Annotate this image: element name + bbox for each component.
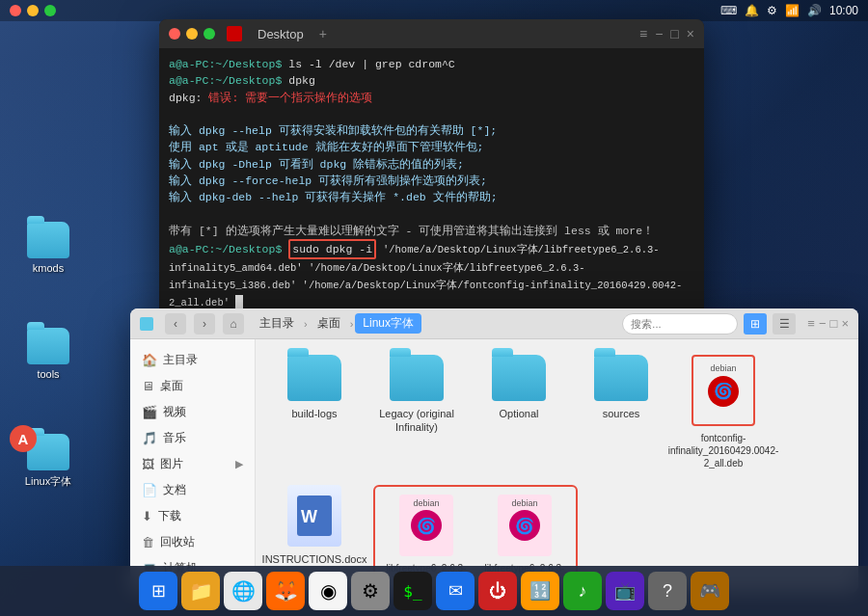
fm-back-btn[interactable]: ‹ <box>165 313 186 335</box>
desktop-icon-label: tools <box>37 368 59 380</box>
fm-minimize-icon[interactable]: − <box>819 316 827 331</box>
sidebar-item-trash[interactable]: 🗑 回收站 <box>130 529 255 555</box>
sidebar-item-video[interactable]: 🎬 视频 <box>130 399 255 425</box>
docx-icon: W <box>287 485 341 547</box>
sidebar-item-downloads[interactable]: ⬇ 下载 <box>130 503 255 529</box>
traffic-light-red[interactable] <box>10 5 21 16</box>
terminal-menu-icon[interactable]: ≡ <box>639 26 647 41</box>
taskbar-files-btn[interactable]: 📁 <box>181 572 220 610</box>
terminal-minimize-icon[interactable]: − <box>655 26 663 41</box>
sidebar-item-label: 主目录 <box>163 352 198 368</box>
fm-titlebar: ‹ › ⌂ 主目录 › 桌面 › Linux字体 ⊞ ☰ ≡ − □ × <box>130 308 858 339</box>
terminal-blank <box>169 205 694 222</box>
sidebar-item-desktop[interactable]: 🖥 桌面 <box>130 373 255 399</box>
sidebar-item-home[interactable]: 🏠 主目录 <box>130 347 255 373</box>
menubar: ⌨ 🔔 ⚙ 📶 🔊 10:00 <box>0 0 868 21</box>
taskbar-game-btn[interactable]: 🎮 <box>691 572 729 610</box>
desktop-icon-label: kmods <box>33 262 64 274</box>
traffic-light-green[interactable] <box>44 5 56 16</box>
terminal-info2-line: 带有 [*] 的选项将产生大量难以理解的文字 - 可使用管道将其输出连接到 le… <box>169 223 694 239</box>
fm-folder-legacy[interactable]: Legacy (original Infinality) <box>373 355 460 469</box>
taskbar-start-btn[interactable]: ⊞ <box>139 572 177 610</box>
taskbar-unknown1-btn[interactable]: ? <box>648 572 687 610</box>
fm-folder-optional[interactable]: Optional <box>475 355 562 469</box>
fm-breadcrumb-desktop[interactable]: 桌面 <box>310 313 348 334</box>
taskbar-screen-btn[interactable]: 📺 <box>606 572 644 610</box>
fm-menu-icon[interactable]: ≡ <box>807 316 815 331</box>
terminal-new-tab-btn[interactable]: + <box>319 26 327 41</box>
menubar-right: ⌨ 🔔 ⚙ 📶 🔊 10:00 <box>720 4 858 17</box>
fm-breadcrumb-linux-fonts[interactable]: Linux字体 <box>355 313 421 334</box>
taskbar-calc-btn[interactable]: 🔢 <box>521 572 559 610</box>
filemanager-window: ‹ › ⌂ 主目录 › 桌面 › Linux字体 ⊞ ☰ ≡ − □ × <box>130 308 858 593</box>
taskbar-poweroff-btn[interactable]: ⏻ <box>478 572 517 610</box>
fm-sidebar: 🏠 主目录 🖥 桌面 🎬 视频 🎵 音乐 🖼 图片 <box>130 339 256 593</box>
desktop-icon-tools[interactable]: tools <box>19 328 77 380</box>
badge-a: A <box>10 425 37 452</box>
desktop-icon-kmods[interactable]: kmods <box>19 222 77 274</box>
fm-forward-btn[interactable]: › <box>194 313 215 335</box>
taskbar-music-btn[interactable]: ♪ <box>563 572 602 610</box>
taskbar-email-btn[interactable]: ✉ <box>436 572 475 610</box>
fm-home-btn[interactable]: ⌂ <box>223 313 244 335</box>
sidebar-item-documents[interactable]: 📄 文档 <box>130 477 255 503</box>
menubar-settings-icon: ⚙ <box>767 4 777 17</box>
terminal-info-line: 使用 apt 或是 aptitude 就能在友好的界面下管理软件包; <box>169 139 694 155</box>
fm-content: build-logs Legacy (original Infinality) … <box>256 339 858 593</box>
fm-titlebar-right: ⊞ ☰ ≡ − □ × <box>622 313 849 335</box>
music-icon: 🎵 <box>142 431 157 445</box>
fm-item-label: INSTRUCTIONS.docx <box>262 552 367 566</box>
terminal-sudo-line: a@a-PC:~/Desktop$ sudo dpkg -i '/home/a/… <box>169 239 694 311</box>
fm-item-label: sources <box>603 407 640 420</box>
terminal-app-icon <box>227 26 242 41</box>
fm-win-controls: ≡ − □ × <box>807 316 849 331</box>
fm-app-icon <box>140 317 153 331</box>
sidebar-item-music[interactable]: 🎵 音乐 <box>130 425 255 451</box>
menubar-volume-icon: 🔊 <box>807 4 822 17</box>
taskbar-browser-btn[interactable]: 🌐 <box>224 572 262 610</box>
terminal-close-icon[interactable]: × <box>687 26 694 41</box>
terminal-maximize-btn[interactable] <box>203 28 215 40</box>
taskbar-terminal-btn[interactable]: $_ <box>393 572 432 610</box>
terminal-body[interactable]: a@a-PC:~/Desktop$ ls -l /dev | grep cdro… <box>159 48 704 318</box>
fm-close-icon[interactable]: × <box>841 316 849 331</box>
sidebar-item-label: 桌面 <box>160 378 183 394</box>
terminal-close-btn[interactable] <box>169 28 180 40</box>
sidebar-item-label: 下载 <box>158 508 181 524</box>
fm-item-label: Optional <box>500 407 539 420</box>
fm-breadcrumb-home[interactable]: 主目录 <box>252 313 302 334</box>
taskbar-settings-btn[interactable]: ⚙ <box>351 572 390 610</box>
svg-text:W: W <box>301 507 317 526</box>
terminal-highlight-cmd: sudo dpkg -i <box>288 239 376 259</box>
terminal-traffic-lights <box>169 28 215 40</box>
menubar-wifi-icon: 📶 <box>785 4 800 17</box>
taskbar-chrome-btn[interactable]: ◉ <box>309 572 347 610</box>
fm-folder-build-logs[interactable]: build-logs <box>271 355 358 469</box>
download-icon: ⬇ <box>142 509 152 523</box>
sidebar-item-label: 音乐 <box>163 430 186 446</box>
fm-maximize-icon[interactable]: □ <box>830 316 838 331</box>
fm-list-view-btn[interactable]: ☰ <box>773 313 796 335</box>
menubar-left <box>10 5 56 16</box>
fm-grid-view-btn[interactable]: ⊞ <box>744 313 767 335</box>
sidebar-item-pictures[interactable]: 🖼 图片 ▶ <box>130 451 255 477</box>
traffic-light-yellow[interactable] <box>27 5 39 16</box>
home-icon: 🏠 <box>142 353 157 367</box>
terminal-minimize-btn[interactable] <box>186 28 198 40</box>
fm-breadcrumb: 主目录 › 桌面 › Linux字体 <box>252 313 421 334</box>
sidebar-item-label: 图片 <box>160 456 183 472</box>
menubar-clock: 10:00 <box>829 4 858 17</box>
terminal-title: Desktop <box>258 27 304 41</box>
terminal-maximize-icon[interactable]: □ <box>670 26 678 41</box>
terminal-window: Desktop + ≡ − □ × a@a-PC:~/Desktop$ ls -… <box>159 19 704 318</box>
folder-icon <box>27 328 69 364</box>
video-icon: 🎬 <box>142 405 157 419</box>
fm-folder-sources[interactable]: sources <box>578 355 665 469</box>
desktop: ⌨ 🔔 ⚙ 📶 🔊 10:00 kmods tools Linux字体 D <box>0 0 868 616</box>
fm-file-fontconfig[interactable]: debian 🌀 fontconfig-infinality_20160429.… <box>680 355 767 469</box>
sidebar-item-label: 文档 <box>163 482 186 498</box>
folder-icon <box>492 355 546 401</box>
fm-search-input[interactable] <box>622 313 738 335</box>
taskbar-firefox-btn[interactable]: 🦊 <box>266 572 305 610</box>
terminal-cursor <box>235 295 243 308</box>
